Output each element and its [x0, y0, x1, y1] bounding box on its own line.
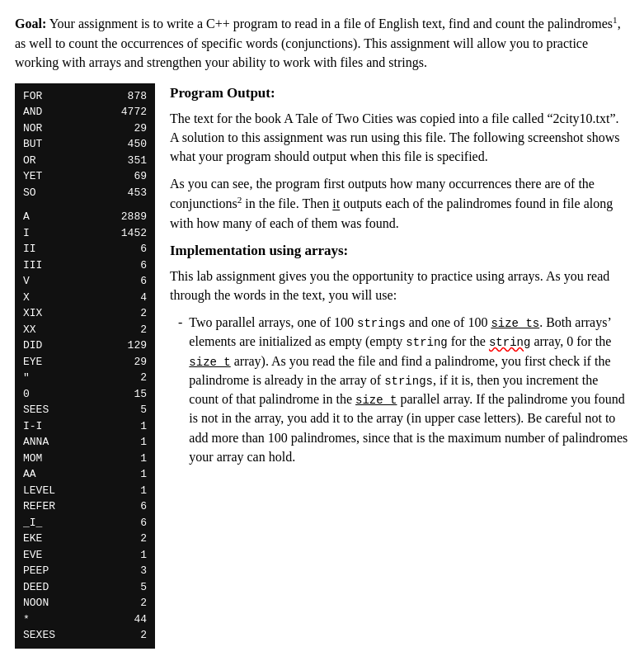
table-row: EYE29	[23, 354, 147, 371]
table-row: SEES5	[23, 402, 147, 418]
table-row: NOON2	[23, 595, 147, 611]
goal-paragraph: Goal: Your assignment is to write a C++ …	[15, 13, 629, 72]
table-row: III6	[23, 257, 147, 274]
impl-heading: Implementation using arrays:	[170, 241, 629, 262]
table-row: EVE1	[23, 547, 147, 564]
table-row: 015	[23, 386, 147, 403]
dash-1: -	[178, 313, 182, 466]
program-output-p1: The text for the book A Tale of Two Citi…	[170, 109, 629, 167]
p2-text-b: in the file. Then	[242, 197, 332, 211]
table-row: I-I1	[23, 418, 147, 435]
table-row: SEXES2	[23, 627, 147, 644]
output-table: FOR878AND4772NOR29BUT450OR351YET69SO453A…	[15, 83, 155, 649]
bullet-1: - Two parallel arrays, one of 100 string…	[170, 313, 629, 466]
bottom-section: - Two parallel arrays, one of the conjun…	[15, 657, 629, 661]
table-row: REFER6	[23, 498, 147, 515]
table-row: EKE2	[23, 531, 147, 547]
table-row: NOR29	[23, 120, 147, 137]
goal-label: Goal:	[15, 17, 46, 31]
table-row: XX2	[23, 322, 147, 338]
table-row: I1452	[23, 225, 147, 242]
table-row: "2	[23, 370, 147, 386]
bullet-2: - Two parallel arrays, one of the conjun…	[15, 657, 629, 661]
bullet-1-text: Two parallel arrays, one of 100 strings …	[189, 313, 629, 466]
table-row: *44	[23, 611, 147, 628]
table-row: XIX2	[23, 305, 147, 322]
program-output-p2: As you can see, the program first output…	[170, 174, 629, 233]
table-row: BUT450	[23, 136, 147, 153]
table-row: PEEP3	[23, 563, 147, 579]
main-layout: FOR878AND4772NOR29BUT450OR351YET69SO453A…	[15, 83, 629, 649]
table-row: II6	[23, 241, 147, 257]
table-row: X4	[23, 290, 147, 306]
impl-p1: This lab assignment gives you the opport…	[170, 267, 629, 305]
table-row: ANNA1	[23, 434, 147, 451]
p2-it: it	[332, 197, 340, 211]
table-row: AND4772	[23, 104, 147, 120]
program-output-heading: Program Output:	[170, 83, 629, 104]
table-row: FOR878	[23, 88, 147, 105]
table-row: DID129	[23, 338, 147, 354]
dash-2: -	[23, 657, 27, 661]
table-row: AA1	[23, 466, 147, 483]
table-row: OR351	[23, 153, 147, 169]
table-row: A2889	[23, 209, 147, 225]
right-content: Program Output: The text for the book A …	[170, 83, 629, 649]
bullet-2-text: Two parallel arrays, one of the conjunct…	[34, 657, 462, 661]
table-row: LEVEL1	[23, 483, 147, 499]
goal-text1: Your assignment is to write a C++ progra…	[46, 17, 613, 31]
table-row: SO453	[23, 185, 147, 201]
table-row: DEED5	[23, 579, 147, 596]
table-row: _I_6	[23, 515, 147, 531]
table-row: YET69	[23, 168, 147, 185]
table-row: V6	[23, 273, 147, 290]
table-row: MOM1	[23, 451, 147, 467]
